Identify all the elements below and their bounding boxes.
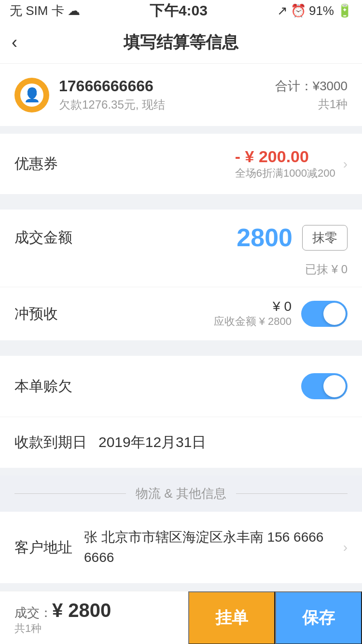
- address-value: 张 北京市市辖区海淀区永丰南 156 6666 6666: [84, 527, 340, 568]
- coupon-right: - ¥ 200.00 全场6折满1000减200 ›: [235, 147, 348, 181]
- status-left: 无 SIM 卡 ☁: [10, 2, 80, 19]
- page-title: 填写结算等信息: [124, 31, 238, 54]
- coupon-row[interactable]: 优惠券 - ¥ 200.00 全场6折满1000减200 ›: [0, 134, 362, 194]
- alarm-icon: ⏰: [291, 3, 306, 18]
- section-line-right: [236, 493, 348, 494]
- arrearage-label: 本单赊欠: [14, 377, 72, 396]
- amount-right: 2800 抹零: [237, 223, 348, 252]
- coupon-desc: 全场6折满1000减200: [235, 166, 335, 181]
- precollect-toggle[interactable]: [301, 301, 348, 327]
- avatar: 👤: [14, 78, 49, 112]
- pending-button[interactable]: 挂单: [188, 591, 275, 644]
- footer-count: 共1种: [14, 621, 174, 636]
- user-total: 合计：¥3000 共1种: [275, 78, 348, 112]
- duedate-value: 2019年12月31日: [98, 433, 206, 452]
- precollect-row: 冲预收 ¥ 0 应收金额 ¥ 2800: [0, 287, 362, 340]
- battery-icon: 🔋: [337, 3, 352, 18]
- amount-section: 成交金额 2800 抹零 已抹 ¥ 0: [0, 210, 362, 287]
- duedate-label: 收款到期日: [14, 433, 87, 452]
- precollect-right: ¥ 0 应收金额 ¥ 2800: [214, 299, 348, 329]
- nav-bar: ‹ 填写结算等信息: [0, 21, 362, 64]
- amount-sub: 已抹 ¥ 0: [14, 262, 348, 287]
- arrearage-toggle[interactable]: [301, 373, 348, 399]
- amount-row: 成交金额 2800 抹零: [14, 223, 348, 262]
- footer-deal-label: 成交：¥ 2800: [14, 600, 174, 621]
- precollect-sub: 应收金额 ¥ 2800: [214, 314, 292, 329]
- duedate-row: 收款到期日 2019年12月31日: [0, 417, 362, 468]
- status-right: ↗ ⏰ 91% 🔋: [277, 3, 352, 18]
- battery-level: 91%: [309, 3, 334, 18]
- user-left: 👤 17666666666 欠款1276.35元, 现结: [14, 77, 165, 112]
- precollect-label: 冲预收: [14, 304, 58, 324]
- arrearage-row: 本单赊欠: [0, 356, 362, 417]
- toggle-knob: [323, 303, 346, 325]
- footer-info: 成交：¥ 2800 共1种: [0, 600, 188, 636]
- round-zero-button[interactable]: 抹零: [302, 225, 348, 251]
- precollect-value: ¥ 0: [214, 299, 292, 314]
- section-line-left: [14, 493, 126, 494]
- footer: 成交：¥ 2800 共1种 挂单 保存: [0, 591, 362, 644]
- total-label: 合计：¥3000: [275, 78, 348, 95]
- precollect-amount: ¥ 0 应收金额 ¥ 2800: [214, 299, 292, 329]
- avatar-icon: 👤: [20, 84, 43, 107]
- sim-status: 无 SIM 卡 ☁: [10, 2, 80, 19]
- logistics-label: 物流 & 其他信息: [136, 485, 226, 502]
- user-card: 👤 17666666666 欠款1276.35元, 现结 合计：¥3000 共1…: [0, 64, 362, 126]
- user-icon: 👤: [24, 87, 41, 103]
- save-button[interactable]: 保存: [275, 591, 362, 644]
- user-phone: 17666666666: [59, 77, 165, 95]
- address-chevron-icon: ›: [343, 540, 348, 555]
- user-sub: 欠款1276.35元, 现结: [59, 97, 165, 112]
- address-label: 客户地址: [14, 538, 72, 558]
- amount-label: 成交金额: [14, 228, 72, 248]
- address-row[interactable]: 客户地址 张 北京市市辖区海淀区永丰南 156 6666 6666 ›: [0, 512, 362, 583]
- section-divider-2: [0, 340, 362, 348]
- location-icon: ↗: [277, 3, 288, 18]
- coupon-discount: - ¥ 200.00: [235, 147, 335, 166]
- user-info: 17666666666 欠款1276.35元, 现结: [59, 77, 165, 112]
- chevron-right-icon: ›: [343, 156, 348, 172]
- coupon-info: - ¥ 200.00 全场6折满1000减200: [235, 147, 335, 181]
- arrearage-toggle-knob: [323, 375, 346, 397]
- status-bar: 无 SIM 卡 ☁ 下午4:03 ↗ ⏰ 91% 🔋: [0, 0, 362, 21]
- back-button[interactable]: ‹: [12, 32, 17, 53]
- section-divider-1: [0, 202, 362, 210]
- footer-amount: ¥ 2800: [52, 600, 111, 621]
- total-count: 共1种: [275, 97, 348, 112]
- amount-value: 2800: [237, 223, 292, 252]
- status-time: 下午4:03: [150, 1, 208, 21]
- coupon-label: 优惠券: [14, 154, 58, 174]
- logistics-header: 物流 & 其他信息: [0, 476, 362, 512]
